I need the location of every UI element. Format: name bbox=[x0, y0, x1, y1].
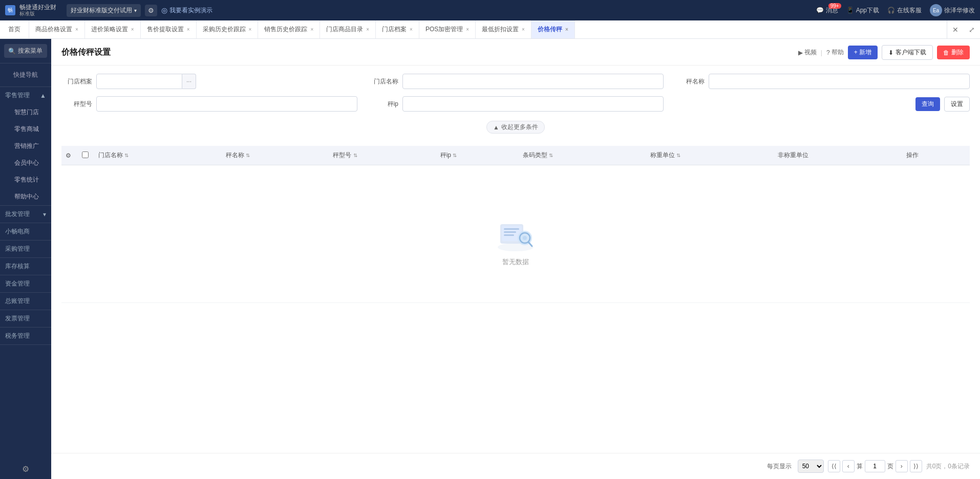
form-item-scale-model: 秤型号 bbox=[61, 96, 357, 112]
sidebar-search-button[interactable]: 🔍 搜索菜单 bbox=[4, 44, 47, 58]
video-link[interactable]: ▶ 视频 bbox=[798, 48, 817, 57]
tab-item-4[interactable]: 销售历史价跟踪 × bbox=[258, 20, 320, 39]
download-client-button[interactable]: ⬇ 客户端下载 bbox=[882, 45, 933, 60]
online-service-button[interactable]: 🎧 在线客服 bbox=[887, 6, 922, 15]
page-actions: ▶ 视频 | ? 帮助 + 新增 ⬇ 客户端下载 bbox=[798, 45, 970, 60]
sidebar-section-retail: 零售管理 ▲ 智慧门店 零售商城 营销推广 会员中心 零售统计 bbox=[0, 87, 51, 206]
form-item-scale-ip: 秤ip bbox=[368, 96, 664, 112]
table-head: ⚙ 门店名称 ⇅ 秤名称 ⇅ bbox=[61, 146, 970, 165]
scale-ip-input[interactable] bbox=[402, 96, 664, 112]
sidebar-item-retail-stats[interactable]: 零售统计 bbox=[0, 171, 51, 188]
app-download-button[interactable]: 📱 App下载 bbox=[846, 6, 879, 15]
sort-icon-barcode-type[interactable]: ⇅ bbox=[549, 153, 553, 158]
per-page-select[interactable]: 50 10 20 100 bbox=[798, 460, 824, 473]
sort-icon-scale-name[interactable]: ⇅ bbox=[246, 153, 250, 158]
last-page-button[interactable]: ⟩⟩ bbox=[910, 460, 922, 472]
tab-close-8[interactable]: × bbox=[522, 27, 525, 32]
tab-close-2[interactable]: × bbox=[187, 27, 190, 32]
sidebar-section-header-finance[interactable]: 资金管理 bbox=[0, 275, 51, 292]
tab-item-9[interactable]: 价格传秤 × bbox=[531, 20, 575, 39]
tab-home[interactable]: 首页 bbox=[0, 20, 29, 39]
tab-close-9[interactable]: × bbox=[565, 27, 568, 32]
sort-icon-scale-ip[interactable]: ⇅ bbox=[453, 153, 457, 158]
tab-item-7[interactable]: POS加密管理 × bbox=[419, 20, 476, 39]
sidebar-section-header-wholesale[interactable]: 批发管理 ▾ bbox=[0, 206, 51, 223]
top-settings-button[interactable]: ⚙ bbox=[145, 5, 157, 16]
sort-icon-store-name[interactable]: ⇅ bbox=[124, 153, 129, 158]
sidebar-section-header-ledger[interactable]: 总账管理 bbox=[0, 293, 51, 310]
sidebar-section-header-ecommerce[interactable]: 小畅电商 bbox=[0, 223, 51, 240]
tab-item-6[interactable]: 门店档案 × bbox=[376, 20, 419, 39]
download-icon: ⬇ bbox=[888, 49, 893, 56]
tab-close-4[interactable]: × bbox=[310, 27, 313, 32]
store-file-input[interactable] bbox=[96, 74, 182, 89]
page-number-input[interactable] bbox=[865, 460, 885, 472]
search-form: 门店档案 ··· 门店名称 秤名称 bbox=[51, 66, 980, 146]
sidebar-section-header-retail[interactable]: 零售管理 ▲ bbox=[0, 87, 51, 104]
tab-close-7[interactable]: × bbox=[466, 27, 469, 32]
sidebar-search-area: 🔍 搜索菜单 bbox=[0, 39, 51, 63]
search-icon: 🔍 bbox=[8, 48, 16, 55]
tab-item-8[interactable]: 最低折扣设置 × bbox=[476, 20, 531, 39]
collapse-row: ▲ 收起更多条件 bbox=[61, 119, 970, 138]
help-link[interactable]: ? 帮助 bbox=[826, 48, 844, 57]
sidebar-item-marketing[interactable]: 营销推广 bbox=[0, 138, 51, 155]
store-file-picker-button[interactable]: ··· bbox=[182, 74, 196, 89]
scale-model-input[interactable] bbox=[96, 96, 357, 112]
avatar: Ea bbox=[930, 4, 942, 16]
notification-button[interactable]: 💬 消息 99+ bbox=[816, 6, 838, 15]
form-row-1: 门店档案 ··· 门店名称 秤名称 bbox=[61, 74, 970, 89]
sidebar-item-retail-mall[interactable]: 零售商城 bbox=[0, 121, 51, 138]
user-menu[interactable]: Ea 徐泽华修改 bbox=[930, 4, 975, 16]
tab-item-2[interactable]: 售价提取设置 × bbox=[141, 20, 197, 39]
tab-expand-button[interactable]: ⤢ bbox=[964, 20, 980, 39]
sidebar-settings-button[interactable]: ⚙ bbox=[22, 464, 29, 474]
table-settings-icon[interactable]: ⚙ bbox=[66, 152, 71, 159]
scale-name-input[interactable] bbox=[709, 74, 970, 89]
sidebar-bottom: ⚙ bbox=[0, 459, 51, 479]
table-col-non-weight-unit: 非称重单位 bbox=[774, 146, 902, 165]
add-button[interactable]: + 新增 bbox=[848, 46, 878, 59]
tab-close-5[interactable]: × bbox=[366, 27, 369, 32]
tab-item-3[interactable]: 采购历史价跟踪 × bbox=[197, 20, 259, 39]
table-body: 暂无数据 bbox=[61, 165, 970, 303]
tab-close-6[interactable]: × bbox=[410, 27, 413, 32]
sidebar-item-member[interactable]: 会员中心 bbox=[0, 155, 51, 171]
search-button[interactable]: 查询 bbox=[915, 97, 940, 111]
table-col-scale-ip: 秤ip ⇅ bbox=[436, 146, 519, 165]
next-page-button[interactable]: › bbox=[896, 460, 908, 472]
delete-button[interactable]: 🗑 删除 bbox=[937, 46, 970, 59]
sidebar-section-header-invoice[interactable]: 发票管理 bbox=[0, 310, 51, 327]
sidebar-quick-nav: 快捷导航 bbox=[0, 63, 51, 87]
empty-state-cell: 暂无数据 bbox=[61, 165, 970, 303]
tab-close-3[interactable]: × bbox=[249, 27, 252, 32]
tab-item-0[interactable]: 商品价格设置 × bbox=[29, 20, 85, 39]
sidebar-section-header-tax[interactable]: 税务管理 bbox=[0, 328, 51, 344]
sidebar-section-header-inventory[interactable]: 库存核算 bbox=[0, 258, 51, 275]
sort-icon-weight-unit[interactable]: ⇅ bbox=[676, 153, 680, 158]
store-name-input[interactable] bbox=[402, 74, 664, 89]
divider-1: | bbox=[821, 49, 822, 56]
tab-item-5[interactable]: 门店商品目录 × bbox=[320, 20, 376, 39]
prev-page-button[interactable]: ‹ bbox=[842, 460, 855, 472]
sidebar-item-quick-nav[interactable]: 快捷导航 bbox=[0, 67, 51, 83]
settings-button[interactable]: 设置 bbox=[944, 97, 970, 112]
version-selector[interactable]: 好业财标准版交付试用 ▾ bbox=[67, 4, 141, 17]
page-input-area: 算 页 bbox=[857, 460, 893, 472]
select-all-checkbox[interactable] bbox=[82, 151, 89, 158]
tab-close-0[interactable]: × bbox=[75, 27, 78, 32]
scale-model-label: 秤型号 bbox=[61, 100, 92, 108]
tab-close-all-button[interactable]: ✕ bbox=[947, 20, 964, 39]
sidebar-item-smart-store[interactable]: 智慧门店 bbox=[0, 104, 51, 121]
version-dropdown-arrow: ▾ bbox=[134, 8, 137, 13]
sort-icon-scale-model[interactable]: ⇅ bbox=[353, 153, 357, 158]
first-page-button[interactable]: ⟨⟨ bbox=[828, 460, 840, 472]
tab-item-1[interactable]: 进价策略设置 × bbox=[85, 20, 141, 39]
collapse-button[interactable]: ▲ 收起更多条件 bbox=[486, 121, 545, 134]
demo-link[interactable]: ◎ 我要看实例演示 bbox=[161, 6, 212, 15]
top-bar-right: 💬 消息 99+ 📱 App下载 🎧 在线客服 Ea 徐泽华修改 bbox=[816, 4, 975, 16]
sidebar-item-help[interactable]: 帮助中心 bbox=[0, 188, 51, 205]
sidebar-section-header-purchase[interactable]: 采购管理 bbox=[0, 241, 51, 257]
tab-close-1[interactable]: × bbox=[131, 27, 134, 32]
empty-state: 暂无数据 bbox=[66, 170, 966, 297]
